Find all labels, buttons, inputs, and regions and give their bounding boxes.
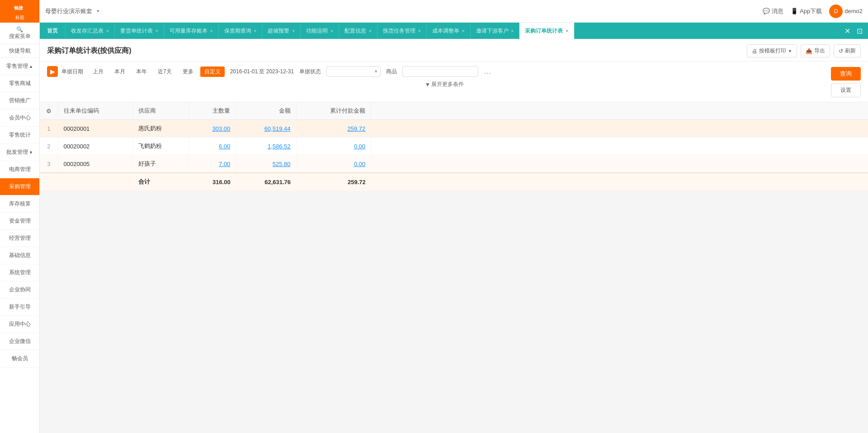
gear-icon[interactable]: ⚙ (46, 108, 52, 114)
cell-unit-code: 00020002 (58, 138, 133, 155)
tab-home[interactable]: 首页 (40, 23, 66, 39)
tab-receive-summary-close[interactable]: × (106, 29, 109, 33)
tab-cost-adjust-close[interactable]: × (462, 29, 465, 33)
chevron-right-icon: ▶ (50, 68, 55, 75)
sidebar-item-member[interactable]: 会员中心 (0, 109, 39, 127)
search-button[interactable]: 查询 (831, 67, 861, 81)
tab-invite-downstream[interactable]: 邀请下游客户 × (471, 23, 520, 39)
sidebar-item-vip-member[interactable]: 畅会员 (0, 350, 39, 367)
chevron-down-icon: ▲ (29, 64, 33, 69)
date-range-display: 2016-01-01 至 2023-12-31 (230, 68, 294, 76)
tab-available-stock[interactable]: 可用量库存账本 × (164, 23, 219, 39)
tab-order-summary-close[interactable]: × (156, 29, 158, 33)
goods-more-icon[interactable]: … (484, 67, 491, 76)
tab-available-stock-close[interactable]: × (210, 29, 213, 33)
tab-config-info-close[interactable]: × (369, 29, 372, 33)
cell-paid[interactable]: 259.72 (296, 120, 371, 138)
sidebar-item-finance[interactable]: 资金管理 (0, 213, 39, 230)
table-row[interactable]: 3 00020005 好孩子 7.00 525.80 0.00 (40, 155, 868, 173)
sidebar-item-search[interactable]: 🔍 搜索英单 (0, 23, 39, 44)
sidebar-item-business[interactable]: 经营管理 (0, 230, 39, 247)
footer-supplier-cell: 合计 (133, 173, 189, 190)
filter-row1: 单据日期 上月 本月 本年 近7天 更多 自定义 2016-01-01 (61, 66, 827, 77)
sidebar-item-retail[interactable]: 零售管理 ▲ (0, 58, 39, 75)
table-row[interactable]: 1 00020001 惠氏奶粉 303.00 60,519.44 259.72 (40, 120, 868, 138)
tab-shelf-life-close[interactable]: × (254, 29, 257, 33)
cell-amount[interactable]: 525.80 (236, 155, 296, 173)
tab-shelf-life[interactable]: 保质期查询 × (219, 23, 263, 39)
sidebar-item-inventory[interactable]: 库存核算 (0, 195, 39, 213)
page-actions: 🖨 按模板打印 ▼ 📤 导出 ↺ 刷新 (747, 44, 861, 57)
tab-function-desc-label: 功能说明 (306, 27, 328, 35)
filter-toggle-button[interactable]: ▶ (47, 66, 58, 77)
sidebar-item-retail-stat[interactable]: 零售统计 (0, 127, 39, 144)
cell-qty[interactable]: 7.00 (189, 155, 236, 173)
app-download-button[interactable]: 📱 App下载 (791, 7, 822, 15)
tab-function-desc-close[interactable]: × (330, 29, 333, 33)
sidebar-item-enterprise-wechat[interactable]: 企业微信 (0, 333, 39, 350)
status-select[interactable] (326, 66, 381, 77)
cell-amount[interactable]: 60,519.44 (236, 120, 296, 138)
message-button[interactable]: 💬 消息 (763, 7, 783, 15)
tab-function-desc[interactable]: 功能说明 × (301, 23, 339, 39)
tab-invite-downstream-label: 邀请下游客户 (476, 27, 509, 35)
tab-purchase-summary[interactable]: 采购订单统计表 × (519, 23, 574, 39)
tab-config-info[interactable]: 配置信息 × (339, 23, 377, 39)
template-print-button[interactable]: 🖨 按模板打印 ▼ (747, 44, 797, 57)
setting-button[interactable]: 设置 (831, 83, 861, 97)
th-extra (371, 102, 868, 120)
data-table: ⚙ 往来单位编码 供应商 主数量 (40, 102, 868, 190)
cell-amount[interactable]: 1,586.52 (236, 138, 296, 155)
cell-qty[interactable]: 303.00 (189, 120, 236, 138)
tab-receive-summary[interactable]: 收发存汇总表 × (66, 23, 115, 39)
sidebar-item-ecommerce[interactable]: 电商管理 (0, 161, 39, 178)
sidebar-item-retail-mall[interactable]: 零售商城 (0, 75, 39, 92)
tab-maximize-button[interactable]: ⊡ (855, 27, 864, 35)
tab-pick-task[interactable]: 拣货任务管理 × (377, 23, 427, 39)
export-button[interactable]: 📤 导出 (801, 44, 830, 57)
download-icon: 📱 (791, 8, 798, 14)
sidebar-item-sys-manage[interactable]: 系统管理 (0, 264, 39, 281)
tab-close-all-button[interactable]: ✕ (843, 27, 852, 35)
expand-more-button[interactable]: ▼ 展开更多条件 (425, 81, 464, 88)
tab-pick-task-close[interactable]: × (418, 29, 421, 33)
date-btn-this-month[interactable]: 本月 (110, 67, 129, 77)
tab-invite-downstream-close[interactable]: × (511, 29, 514, 33)
sidebar-item-basic-info[interactable]: 基础信息 (0, 247, 39, 264)
table-row[interactable]: 2 00020002 飞鹤奶粉 6.00 1,586.52 0.00 (40, 138, 868, 155)
tab-purchase-summary-close[interactable]: × (566, 29, 568, 33)
sidebar: 畅捷 标题 🔍 搜索英单 快捷导航 零售管理 ▲ 零售商城 营销推广 会员中心 … (0, 0, 40, 433)
industry-label: 母婴行业演示账套 (45, 7, 92, 15)
cell-supplier: 惠氏奶粉 (133, 120, 189, 138)
goods-input[interactable] (402, 66, 478, 77)
user-menu-button[interactable]: D demo2 (829, 5, 863, 18)
sidebar-item-purchase[interactable]: 采购管理 (0, 178, 39, 195)
refresh-button[interactable]: ↺ 刷新 (834, 44, 861, 57)
cell-qty[interactable]: 6.00 (189, 138, 236, 155)
footer-extra (371, 173, 868, 190)
topbar: 母婴行业演示账套 ▼ 💬 消息 📱 App下载 D demo2 (40, 0, 868, 23)
chevron-down-icon: ▼ (29, 150, 33, 155)
sidebar-item-wholesale[interactable]: 批发管理 ▼ (0, 144, 39, 161)
sidebar-item-marketing[interactable]: 营销推广 (0, 92, 39, 109)
sidebar-item-new-guide[interactable]: 新手引导 (0, 299, 39, 316)
filter-row2: ▼ 展开更多条件 (61, 81, 827, 88)
sidebar-item-app-center[interactable]: 应用中心 (0, 316, 39, 333)
date-btn-this-year[interactable]: 本年 (132, 67, 151, 77)
date-btn-7days[interactable]: 近7天 (154, 67, 176, 77)
table-wrapper: ⚙ 往来单位编码 供应商 主数量 (40, 102, 868, 190)
tab-overstock-warning[interactable]: 超储预警 × (262, 23, 301, 39)
tab-overstock-warning-close[interactable]: × (292, 29, 295, 33)
tab-order-summary[interactable]: 要货单统计表 × (115, 23, 164, 39)
cell-paid[interactable]: 0.00 (296, 138, 371, 155)
date-btn-more[interactable]: 更多 (179, 67, 198, 77)
th-qty: 主数量 (189, 102, 236, 120)
tab-cost-adjust[interactable]: 成本调整单 × (427, 23, 471, 39)
search-icon: 🔍 (3, 26, 37, 33)
sidebar-item-quick-nav[interactable]: 快捷导航 (0, 44, 39, 58)
cell-supplier: 好孩子 (133, 155, 189, 173)
sidebar-item-enterprise[interactable]: 企业协同 (0, 281, 39, 299)
date-btn-custom[interactable]: 自定义 (200, 67, 225, 77)
cell-paid[interactable]: 0.00 (296, 155, 371, 173)
date-btn-last-month[interactable]: 上月 (89, 67, 108, 77)
